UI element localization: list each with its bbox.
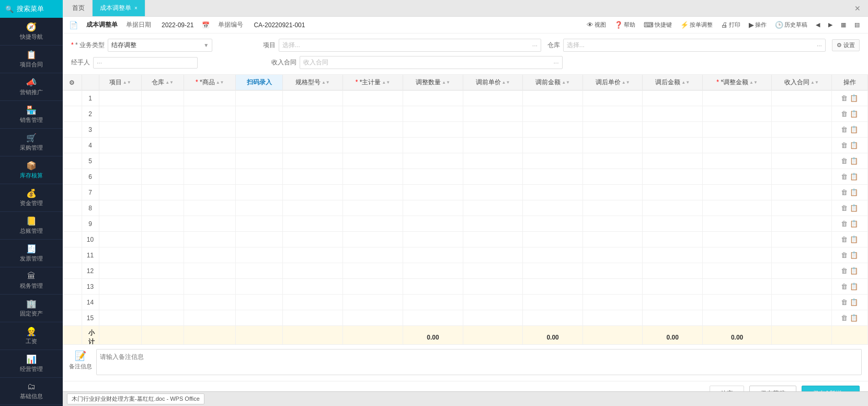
data-cell[interactable] <box>342 279 403 295</box>
data-cell[interactable] <box>283 295 343 310</box>
sidebar-search[interactable]: 🔍 搜索菜单 <box>0 0 63 18</box>
row-copy-icon[interactable]: 📋 <box>850 204 858 212</box>
data-cell[interactable] <box>342 91 403 106</box>
sidebar-item-sales-promo[interactable]: 📣营销推广 <box>0 73 63 101</box>
data-cell[interactable] <box>583 232 643 247</box>
sidebar-item-fund-mgmt[interactable]: 💰资金管理 <box>0 184 63 212</box>
data-cell[interactable] <box>236 232 283 247</box>
data-cell[interactable] <box>583 310 643 326</box>
toolbar-view[interactable]: 👁 视图 <box>585 20 608 30</box>
data-cell[interactable] <box>643 216 703 232</box>
data-cell[interactable] <box>236 247 283 263</box>
data-cell[interactable] <box>523 200 583 216</box>
data-cell[interactable] <box>772 138 832 153</box>
data-cell[interactable] <box>283 232 343 247</box>
sidebar-item-inventory-calc[interactable]: 📦库存核算 <box>0 156 63 184</box>
data-cell[interactable] <box>523 279 583 295</box>
data-cell[interactable] <box>99 216 141 232</box>
data-cell[interactable] <box>184 200 236 216</box>
data-cell[interactable] <box>99 310 141 326</box>
toolbar-help[interactable]: ❓ 帮助 <box>612 20 637 30</box>
row-delete-icon[interactable]: 🗑 <box>841 173 848 181</box>
sidebar-item-tax-mgmt[interactable]: 🏛税务管理 <box>0 267 63 295</box>
data-cell[interactable] <box>141 153 184 169</box>
data-cell[interactable] <box>141 232 184 247</box>
income-contract-input[interactable]: 收入合同 ··· <box>300 56 563 69</box>
data-cell[interactable] <box>643 153 703 169</box>
data-cell[interactable] <box>643 310 703 326</box>
data-cell[interactable] <box>141 216 184 232</box>
close-window-button[interactable]: ✕ <box>849 4 866 13</box>
row-copy-icon[interactable]: 📋 <box>850 251 858 259</box>
sidebar-item-fixed-assets[interactable]: 🏢固定资产 <box>0 295 63 322</box>
data-cell[interactable] <box>703 153 772 169</box>
data-cell[interactable] <box>283 200 343 216</box>
data-cell[interactable] <box>184 247 236 263</box>
data-cell[interactable] <box>184 169 236 185</box>
data-cell[interactable] <box>583 279 643 295</box>
data-cell[interactable] <box>403 106 463 122</box>
data-cell[interactable] <box>523 216 583 232</box>
data-cell[interactable] <box>463 185 523 200</box>
data-cell[interactable] <box>463 263 523 279</box>
data-cell[interactable] <box>283 216 343 232</box>
row-copy-icon[interactable]: 📋 <box>850 94 858 102</box>
data-cell[interactable] <box>703 279 772 295</box>
data-cell[interactable] <box>236 91 283 106</box>
data-cell[interactable] <box>283 279 343 295</box>
data-cell[interactable] <box>523 153 583 169</box>
data-cell[interactable] <box>463 169 523 185</box>
data-cell[interactable] <box>772 185 832 200</box>
data-cell[interactable] <box>99 279 141 295</box>
sidebar-item-basic-info[interactable]: 🗂基础信息 <box>0 378 63 405</box>
data-cell[interactable] <box>184 185 236 200</box>
row-delete-icon[interactable]: 🗑 <box>841 188 848 196</box>
data-cell[interactable] <box>403 153 463 169</box>
data-cell[interactable] <box>236 279 283 295</box>
data-cell[interactable] <box>643 232 703 247</box>
data-cell[interactable] <box>463 122 523 138</box>
data-cell[interactable] <box>342 263 403 279</box>
row-copy-icon[interactable]: 📋 <box>850 267 858 275</box>
data-cell[interactable] <box>184 91 236 106</box>
toolbar-next[interactable]: ▶ <box>826 20 835 29</box>
data-cell[interactable] <box>184 122 236 138</box>
data-cell[interactable] <box>772 122 832 138</box>
data-cell[interactable] <box>403 200 463 216</box>
data-cell[interactable] <box>463 279 523 295</box>
data-cell[interactable] <box>141 247 184 263</box>
toolbar-history[interactable]: 🕒 历史草稿 <box>773 20 809 30</box>
data-cell[interactable] <box>236 185 283 200</box>
data-cell[interactable] <box>583 247 643 263</box>
data-cell[interactable] <box>772 263 832 279</box>
row-delete-icon[interactable]: 🗑 <box>841 157 848 165</box>
data-cell[interactable] <box>523 122 583 138</box>
toolbar-batch[interactable]: ⚡ 按单调整 <box>678 20 715 30</box>
data-cell[interactable] <box>141 263 184 279</box>
data-cell[interactable] <box>403 91 463 106</box>
data-cell[interactable] <box>772 106 832 122</box>
data-cell[interactable] <box>772 232 832 247</box>
data-cell[interactable] <box>184 295 236 310</box>
data-cell[interactable] <box>703 169 772 185</box>
data-cell[interactable] <box>342 169 403 185</box>
data-cell[interactable] <box>342 232 403 247</box>
data-cell[interactable] <box>184 106 236 122</box>
data-cell[interactable] <box>583 91 643 106</box>
data-cell[interactable] <box>463 232 523 247</box>
data-cell[interactable] <box>141 91 184 106</box>
data-cell[interactable] <box>583 122 643 138</box>
data-cell[interactable] <box>184 232 236 247</box>
data-cell[interactable] <box>583 169 643 185</box>
data-cell[interactable] <box>772 91 832 106</box>
data-cell[interactable] <box>463 295 523 310</box>
data-cell[interactable] <box>342 247 403 263</box>
data-cell[interactable] <box>463 138 523 153</box>
data-cell[interactable] <box>643 185 703 200</box>
data-cell[interactable] <box>703 247 772 263</box>
data-cell[interactable] <box>236 216 283 232</box>
data-cell[interactable] <box>99 138 141 153</box>
data-cell[interactable] <box>772 216 832 232</box>
data-cell[interactable] <box>283 263 343 279</box>
data-cell[interactable] <box>141 169 184 185</box>
